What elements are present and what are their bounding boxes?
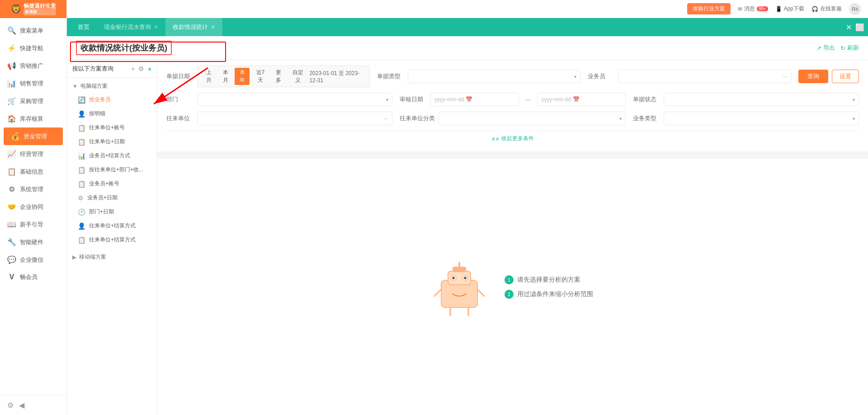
- sidebar-item-guide[interactable]: 📖 新手引导: [0, 216, 66, 233]
- sidebar-item-collab[interactable]: 🤝 企业协同: [0, 198, 66, 216]
- date-btn-more[interactable]: 更多: [271, 68, 286, 85]
- date-btn-custom[interactable]: 自定义: [288, 68, 308, 85]
- export-button[interactable]: ↗ 导出: [816, 44, 835, 52]
- sidebar-item-operations[interactable]: 📈 经营管理: [0, 145, 66, 163]
- finance-icon: 💰: [11, 132, 20, 141]
- plan-settings-button[interactable]: ⚙: [138, 65, 144, 72]
- tab-bank-flow-close[interactable]: ✕: [154, 24, 158, 30]
- plan-section-mobile-header[interactable]: ▶ 移动端方案: [67, 250, 157, 264]
- plan-item-icon-pd: 📋: [78, 138, 85, 146]
- main-content: 首页 现金银行流水查询 ✕ 收款情况统计 ✕ ✕ ⬜ 收款情况统计(按业务员) …: [67, 18, 868, 415]
- empty-illustration: [432, 258, 486, 316]
- plan-section-desktop-header[interactable]: ▼ 电脑端方案: [67, 80, 157, 93]
- tab-collection-stats-label: 收款情况统计: [173, 23, 208, 31]
- plan-item-partner-settle2[interactable]: 📋 往来单位+结算方式: [67, 233, 157, 247]
- doc-type-select[interactable]: ▾: [408, 70, 580, 83]
- filter-settings-button[interactable]: 设置: [832, 70, 859, 83]
- panel-header: 按以下方案查询 + ⚙ «: [67, 60, 157, 78]
- collapse-sidebar-icon[interactable]: ◀: [19, 401, 24, 410]
- app-download[interactable]: 📱 App下载: [775, 5, 804, 13]
- window-close-icon[interactable]: ✕: [846, 23, 852, 32]
- plan-item-dept-date[interactable]: 🕐 部门+日期: [67, 205, 157, 219]
- sidebar-item-purchase[interactable]: 🛒 采购管理: [0, 92, 66, 110]
- plan-item-icon-ptd: 📋: [78, 166, 85, 174]
- doc-type-label: 单据类型: [377, 72, 404, 80]
- filter-date-item: 单据日期 上月 本月 本年 近7天 更多 自定义 2023-01-01 至 20…: [166, 66, 370, 87]
- plan-item-label: 往来单位+结算方式: [89, 236, 136, 244]
- plan-item-label: 按明细: [89, 110, 105, 118]
- sidebar-item-label: 企业微信: [20, 256, 43, 264]
- message-count: 99+: [757, 6, 768, 11]
- plan-item-by-salesman[interactable]: 🔄 按业务员: [67, 93, 157, 107]
- sidebar-item-label: 销售管理: [20, 80, 43, 88]
- page-title: 收款情况统计(按业务员): [76, 41, 172, 55]
- online-service[interactable]: 🎧 在线客服: [811, 5, 842, 13]
- tab-bar: 首页 现金银行流水查询 ✕ 收款情况统计 ✕ ✕ ⬜: [67, 18, 868, 36]
- top-bar-right: 体验行业方案 ✉ 消息 99+ 📱 App下载 🎧 在线客服 Rit: [687, 3, 861, 15]
- partner-cat-arrow-icon: ▾: [619, 116, 622, 121]
- review-date-start-input[interactable]: yyyy-mm-dd 📅: [430, 93, 519, 106]
- sidebar-item-wechat[interactable]: 💬 企业微信: [0, 251, 66, 269]
- chevron-up-icon: ∧∧: [491, 136, 500, 142]
- trial-button[interactable]: 体验行业方案: [687, 3, 731, 14]
- biz-type-select[interactable]: ▾: [664, 112, 859, 125]
- date-label: 单据日期: [166, 72, 193, 80]
- plan-item-partner-account[interactable]: 📋 往来单位+账号: [67, 121, 157, 135]
- tab-bank-flow[interactable]: 现金银行流水查询 ✕: [97, 18, 165, 36]
- date-btn-lastmonth[interactable]: 上月: [201, 68, 216, 85]
- plan-item-partner-settle1[interactable]: 👤 往来单位+结算方式: [67, 219, 157, 233]
- settings-gear-icon[interactable]: ⚙: [7, 401, 14, 410]
- plan-item-partner-date[interactable]: 📋 往来单位+日期: [67, 135, 157, 149]
- filter-partner-category-item: 往来单位分类 ▾: [400, 112, 626, 125]
- sidebar-item-finance[interactable]: 💰 资金管理: [4, 127, 63, 145]
- expand-icon: ▼: [72, 83, 78, 90]
- filter-partner-item: 往来单位 ···: [166, 112, 392, 125]
- partner-category-select[interactable]: ▾: [439, 112, 626, 125]
- tab-collection-stats[interactable]: 收款情况统计 ✕: [165, 18, 222, 36]
- collab-icon: 🤝: [7, 203, 16, 211]
- review-date-end-input[interactable]: yyyy-mm-dd 📅: [538, 93, 626, 106]
- biz-type-label: 业务类型: [633, 114, 660, 123]
- review-date-label: 审核日期: [400, 95, 427, 104]
- sidebar-item-marketing[interactable]: 📢 营销推广: [0, 57, 66, 75]
- date-btn-thismonth[interactable]: 本月: [218, 68, 233, 85]
- sidebar-item-basic[interactable]: 📋 基础信息: [0, 163, 66, 180]
- salesman-select[interactable]: ···: [618, 70, 791, 83]
- sidebar-item-hardware[interactable]: 🔧 智能硬件: [0, 233, 66, 251]
- date-btn-7days[interactable]: 近7天: [251, 68, 269, 85]
- sidebar-item-quicknav[interactable]: ⚡ 快捷导航: [0, 39, 66, 57]
- sidebar-item-member[interactable]: V 畅会员: [0, 269, 66, 286]
- user-avatar[interactable]: Rit: [849, 3, 861, 15]
- add-plan-button[interactable]: +: [131, 65, 135, 72]
- refresh-button[interactable]: ↻ 刷新: [840, 44, 859, 52]
- system-icon: ⚙: [7, 185, 16, 193]
- tab-home[interactable]: 首页: [71, 18, 97, 36]
- collapse-panel-button[interactable]: «: [148, 65, 151, 72]
- plan-section-mobile: ▶ 移动端方案: [67, 249, 157, 265]
- plan-item-partner-dept[interactable]: 📋 按往来单位+部门+收...: [67, 163, 157, 177]
- phone-icon: 📱: [775, 6, 782, 12]
- query-button[interactable]: 查询: [798, 70, 828, 83]
- sidebar-item-system[interactable]: ⚙ 系统管理: [0, 180, 66, 198]
- plan-item-detail[interactable]: 👤 按明细: [67, 107, 157, 121]
- sidebar-item-search[interactable]: 🔍 搜索菜单: [0, 22, 66, 39]
- date-filter-group: 上月 本月 本年 近7天 更多 自定义 2023-01-01 至 2023-12…: [197, 66, 370, 87]
- tab-collection-stats-close[interactable]: ✕: [211, 24, 215, 30]
- plan-item-salesman-account[interactable]: 📋 业务员+账号: [67, 177, 157, 191]
- svg-line-8: [434, 289, 441, 296]
- placeholder-text: yyyy-mm-dd: [434, 96, 464, 103]
- partner-select[interactable]: ···: [197, 112, 392, 125]
- top-bar: 畅捷通好生意 体验行业方案 ✉ 消息 99+ 📱 App下载 🎧 在线客服 Ri…: [0, 0, 868, 18]
- window-maximize-icon[interactable]: ⬜: [855, 23, 864, 32]
- dept-select[interactable]: ▾: [197, 93, 392, 106]
- doc-status-select[interactable]: ▾: [664, 93, 859, 106]
- step-num-2: 2: [505, 290, 514, 299]
- plan-item-salesman-settlement[interactable]: 📊 业务员+结算方式: [67, 149, 157, 163]
- collapse-filters-button[interactable]: ∧∧ 收起更多条件: [166, 131, 859, 146]
- tab-bank-flow-label: 现金银行流水查询: [104, 23, 151, 31]
- date-btn-thisyear[interactable]: 本年: [235, 68, 250, 85]
- sidebar-item-sales[interactable]: 📊 销售管理: [0, 75, 66, 92]
- sidebar-item-inventory[interactable]: 🏠 库存核算: [0, 110, 66, 127]
- plan-item-label: 部门+日期: [89, 208, 114, 216]
- plan-item-salesman-date[interactable]: ⚙ 业务员+日期: [67, 191, 157, 205]
